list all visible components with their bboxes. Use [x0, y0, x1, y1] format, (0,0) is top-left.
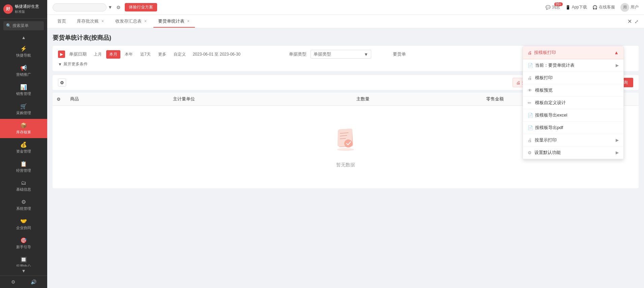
page-title: 要货单统计表(按商品)	[53, 34, 639, 42]
print-title-icon: 🖨	[528, 50, 532, 55]
template-preview-icon: 👁	[528, 88, 532, 93]
set-default-icon: ⚙	[528, 150, 532, 155]
audio-footer-button[interactable]: 🔊	[31, 279, 36, 285]
date-btn-current-month[interactable]: 本月	[106, 50, 120, 59]
date-btn-current-year[interactable]: 本年	[122, 50, 136, 59]
sidebar-item-basic-info[interactable]: 🗂 基础信息	[0, 177, 47, 195]
sidebar-item-inventory[interactable]: 📦 库存核算	[0, 119, 47, 138]
sidebar-item-system[interactable]: ⚙ 系统管理	[0, 195, 47, 215]
search-menu-button[interactable]: 🔍 搜索菜单	[3, 21, 44, 30]
tab-inventory-batch-close[interactable]: ×	[101, 19, 105, 24]
date-btn-last-7-days[interactable]: 近7天	[137, 50, 154, 59]
requisition-label: 要货单	[393, 51, 406, 57]
filter-expand-icon[interactable]: ▶	[58, 51, 65, 58]
sidebar-item-label: 库存核算	[16, 130, 31, 135]
sidebar-item-label: 基础信息	[16, 187, 31, 192]
sidebar-logo: 好 畅捷通好生意 标准版	[3, 4, 44, 14]
type-filter-label: 单据类型	[289, 51, 306, 57]
sidebar-item-purchase[interactable]: 🛒 采购管理	[0, 100, 47, 119]
sidebar-item-label: 新手引导	[16, 245, 31, 250]
settings-footer-button[interactable]: ⚙	[11, 279, 16, 285]
sidebar-item-marketing[interactable]: 📢 营销推广	[0, 61, 47, 81]
col-unit: 主计量单位	[169, 93, 352, 106]
marketing-icon: 📢	[20, 65, 27, 71]
search-icon: 🔍	[6, 23, 11, 28]
tab-requisition-stats[interactable]: 要货单统计表 ×	[153, 15, 195, 28]
sidebar-item-operations[interactable]: 📋 经营管理	[0, 157, 47, 177]
chevron-down-icon: ▼	[364, 52, 368, 57]
avatar: 用	[620, 3, 629, 12]
date-filter-label: 单据日期	[69, 51, 87, 57]
date-range-display: 2023-06-01 至 2023-06-30	[193, 52, 240, 57]
set-default-arrow: ▶	[616, 150, 619, 155]
print-template-print[interactable]: 🖨 模板打印	[523, 72, 623, 84]
column-settings-icon[interactable]: ⚙	[58, 78, 66, 87]
print-dropdown-title: 🖨 按模板打印	[528, 50, 556, 56]
sidebar-item-appstore[interactable]: 🔲 应用中心	[0, 253, 47, 266]
tab-receipt-summary[interactable]: 收发存汇总表 ×	[111, 15, 152, 28]
top-bar-right: 💬 消息 99+ 📱 App下载 🎧 在线客服 用 用户	[546, 3, 639, 12]
date-btn-last-month[interactable]: 上月	[91, 50, 105, 59]
sidebar-item-label: 应用中心	[16, 264, 31, 266]
print-template-custom[interactable]: ✏ 模板自定义设计	[523, 97, 623, 109]
promo-button[interactable]: 体验行业方案	[125, 3, 157, 11]
display-print-icon: 🖨	[528, 138, 532, 143]
expand-more-label: 展开更多条件	[63, 61, 88, 67]
template-pdf-label: 按模板导出pdf	[535, 125, 563, 131]
expand-more-btn[interactable]: ▼ 展开更多条件	[58, 61, 88, 67]
print-template-pdf[interactable]: 📄 按模板导出pdf	[523, 122, 623, 134]
tab-requisition-stats-close[interactable]: ×	[186, 19, 190, 24]
set-default-label: 设置默认功能	[534, 150, 561, 156]
sidebar-item-cooperation[interactable]: 🤝 企业协同	[0, 215, 47, 234]
logo-title: 畅捷通好生意	[15, 4, 39, 9]
sidebar-scroll-down[interactable]: ▼	[0, 267, 47, 275]
tab-bar-close-button[interactable]: ✕	[627, 18, 632, 25]
col-quantity: 主数量	[352, 93, 482, 106]
sidebar-item-sales[interactable]: 📊 销售管理	[0, 81, 47, 100]
app-download-label: App下载	[572, 4, 587, 10]
template-excel-icon: 📄	[528, 113, 533, 118]
template-print-icon: 🖨	[528, 75, 532, 81]
tab-inventory-batch[interactable]: 库存批次账 ×	[72, 15, 109, 28]
finance-icon: 💰	[20, 141, 27, 148]
print-dropdown-header: 🖨 按模板打印 ▲	[523, 46, 623, 59]
template-print-label: 模板打印	[535, 75, 553, 81]
sidebar-item-guide[interactable]: 🎯 新手引导	[0, 234, 47, 253]
tab-receipt-summary-close[interactable]: ×	[144, 19, 147, 24]
sidebar-scroll-up[interactable]: ▲	[0, 34, 47, 41]
search-dropdown-button[interactable]: ▼	[108, 5, 112, 10]
tab-bar-expand-button[interactable]: ⤢	[635, 19, 639, 24]
logo-icon: 好	[3, 4, 13, 14]
sidebar-item-quick-nav[interactable]: ⚡ 快捷导航	[0, 42, 47, 61]
print-title-label: 按模板打印	[534, 50, 556, 56]
sidebar-item-finance[interactable]: 💰 资金管理	[0, 138, 47, 157]
tab-home-label: 首页	[57, 18, 66, 24]
sidebar-search-area[interactable]: 🔍 搜索菜单	[0, 19, 47, 33]
user-menu-button[interactable]: 用 用户	[620, 3, 639, 12]
print-display-print-group[interactable]: 🖨 按显示打印 ▶	[523, 134, 623, 147]
col-gear[interactable]: ⚙	[53, 93, 66, 106]
sidebar-item-label: 系统管理	[16, 206, 31, 211]
print-template-preview[interactable]: 👁 模板预览	[523, 84, 623, 97]
messages-button[interactable]: 💬 消息 99+	[546, 4, 560, 10]
app-download-button[interactable]: 📱 App下载	[565, 4, 587, 10]
print-current-template[interactable]: 📄 当前：要货单统计表 ▶	[523, 59, 623, 72]
date-btn-custom[interactable]: 自定义	[171, 50, 189, 59]
print-set-default-group[interactable]: ⚙ 设置默认功能 ▶	[523, 147, 623, 159]
print-dropdown-close-button[interactable]: ▲	[614, 50, 619, 55]
purchase-icon: 🛒	[20, 103, 27, 109]
tab-home[interactable]: 首页	[53, 15, 71, 28]
online-service-button[interactable]: 🎧 在线客服	[592, 4, 615, 10]
online-service-label: 在线客服	[599, 4, 615, 10]
basic-info-icon: 🗂	[21, 180, 26, 186]
print-template-excel[interactable]: 📄 按模板导出excel	[523, 109, 623, 122]
type-filter-select[interactable]: 单据类型 ▼	[311, 50, 371, 59]
user-name: 用户	[631, 4, 639, 10]
global-search-input[interactable]	[53, 3, 107, 11]
gear-button[interactable]: ⚙	[116, 5, 121, 10]
col-product: 商品	[66, 93, 169, 106]
system-icon: ⚙	[21, 199, 26, 205]
date-btn-more[interactable]: 更多	[155, 50, 169, 59]
template-custom-icon: ✏	[528, 100, 531, 105]
current-template-arrow: ▶	[616, 63, 619, 68]
